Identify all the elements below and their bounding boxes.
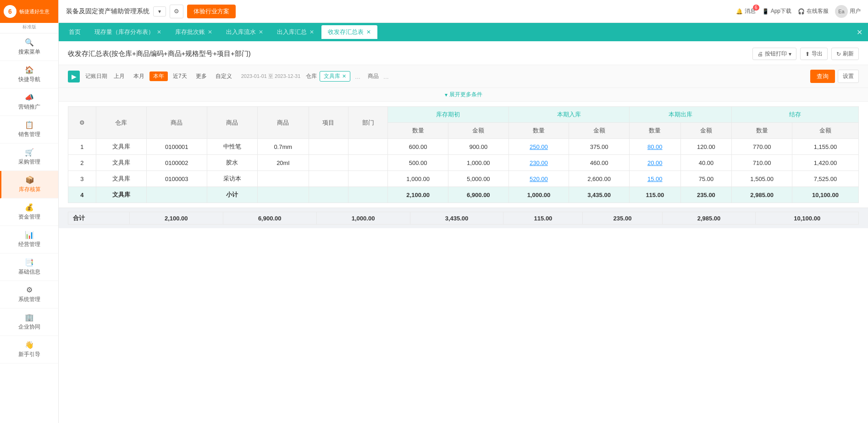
table-header-row1: ⚙ 仓库 商品 商品 商品 项目 部门 库存期初 本期入库 本期出库 结存 bbox=[68, 107, 859, 123]
tab-summary[interactable]: 出入库汇总 ✕ bbox=[271, 25, 321, 39]
date-btn-last-month[interactable]: 上月 bbox=[110, 71, 128, 81]
app-download-label: App下载 bbox=[771, 7, 791, 15]
row-in-qty[interactable]: 520.00 bbox=[509, 171, 569, 187]
tab-recv-summary[interactable]: 收发存汇总表 ✕ bbox=[321, 25, 377, 39]
row-code: 0100003 bbox=[146, 171, 207, 187]
row-in-qty: 1,000.00 bbox=[509, 187, 569, 203]
row-out-qty: 115.00 bbox=[629, 187, 680, 203]
row-out-qty[interactable]: 20.00 bbox=[629, 155, 680, 171]
sidebar-item-corp[interactable]: 🏢 企业协同 bbox=[0, 308, 58, 336]
row-bal-amt: 1,155.00 bbox=[792, 139, 858, 155]
sidebar-item-quick[interactable]: 🏠 快捷导航 bbox=[0, 61, 58, 88]
row-open-qty: 600.00 bbox=[388, 139, 448, 155]
row-in-qty[interactable]: 230.00 bbox=[509, 155, 569, 171]
tab-recv-summary-close[interactable]: ✕ bbox=[366, 29, 371, 35]
tab-flow-close[interactable]: ✕ bbox=[259, 29, 263, 35]
tab-inventory-dist[interactable]: 现存量（库存分布表） ✕ bbox=[88, 25, 168, 39]
gear-icon: ⚙ bbox=[26, 286, 33, 294]
main-area: 装备及固定资产辅助管理系统 ▾ ⚙ 体验行业方案 🔔 消息 6 📱 App下载 … bbox=[59, 0, 868, 423]
app-download-button[interactable]: 📱 App下载 bbox=[762, 7, 791, 15]
refresh-button[interactable]: ↻ 刷新 bbox=[831, 48, 859, 60]
row-in-amt: 460.00 bbox=[569, 155, 630, 171]
row-name: 中性笔 bbox=[207, 139, 257, 155]
row-in-qty[interactable]: 250.00 bbox=[509, 139, 569, 155]
sidebar-item-inventory-label: 库存核算 bbox=[19, 186, 41, 193]
print-label: 按钮打印 bbox=[765, 50, 787, 58]
warehouse-label: 仓库 bbox=[306, 72, 317, 80]
tab-home[interactable]: 首页 bbox=[62, 25, 87, 39]
column-settings-icon[interactable]: ⚙ bbox=[79, 119, 85, 126]
row-out-qty-link[interactable]: 20.00 bbox=[647, 159, 663, 166]
tab-summary-close[interactable]: ✕ bbox=[310, 29, 314, 35]
row-out-qty[interactable]: 80.00 bbox=[629, 139, 680, 155]
date-btn-7days[interactable]: 近7天 bbox=[169, 71, 191, 81]
row-in-qty-link[interactable]: 250.00 bbox=[530, 143, 548, 150]
export-icon: ⬆ bbox=[805, 51, 810, 57]
settings-button[interactable]: ⚙ bbox=[170, 5, 183, 18]
row-out-qty-link[interactable]: 80.00 bbox=[647, 143, 663, 150]
sidebar-item-inventory[interactable]: 📦 库存核算 bbox=[0, 171, 58, 198]
sidebar-item-sales[interactable]: 📋 销售管理 bbox=[0, 116, 58, 143]
date-btn-more[interactable]: 更多 bbox=[192, 71, 210, 81]
expand-filters-button[interactable]: ▾ 展开更多条件 bbox=[445, 91, 482, 99]
row-warehouse: 文具库 bbox=[96, 139, 146, 155]
building-icon: 🏢 bbox=[25, 313, 34, 322]
row-out-qty-link[interactable]: 15.00 bbox=[647, 176, 663, 182]
table-setting-button[interactable]: 设置 bbox=[838, 70, 859, 83]
sidebar-item-basic[interactable]: 📑 基础信息 bbox=[0, 253, 58, 281]
sidebar-item-newbie[interactable]: 👋 新手引导 bbox=[0, 336, 58, 363]
sidebar-edition-label: 标准版 bbox=[0, 23, 58, 33]
filter-toggle-button[interactable]: ▶ bbox=[68, 71, 80, 82]
sidebar-item-finance-label: 资金管理 bbox=[18, 213, 40, 221]
tab-inventory-dist-close[interactable]: ✕ bbox=[157, 29, 161, 35]
row-no: 4 bbox=[68, 187, 96, 203]
warehouse-tag-remove[interactable]: ✕ bbox=[342, 73, 346, 79]
query-button[interactable]: 查询 bbox=[810, 70, 835, 83]
total-in-qty: 1,000.00 bbox=[316, 212, 410, 225]
user-button[interactable]: Ea 用户 bbox=[835, 5, 861, 18]
tab-flow[interactable]: 出入库流水 ✕ bbox=[220, 25, 270, 39]
message-button[interactable]: 🔔 消息 6 bbox=[736, 7, 756, 15]
sidebar-item-system[interactable]: ⚙ 系统管理 bbox=[0, 281, 58, 308]
sidebar-item-search[interactable]: 🔍 搜索菜单 bbox=[0, 33, 58, 61]
date-btn-custom[interactable]: 自定义 bbox=[212, 71, 236, 81]
row-in-qty-link[interactable]: 520.00 bbox=[530, 176, 548, 182]
online-service-button[interactable]: 🎧 在线客服 bbox=[798, 7, 829, 15]
sidebar-item-finance[interactable]: 💰 资金管理 bbox=[0, 198, 58, 226]
print-button[interactable]: 🖨 按钮打印 ▾ bbox=[752, 48, 796, 60]
date-btn-this-month[interactable]: 本月 bbox=[130, 71, 148, 81]
sidebar-item-operation[interactable]: 📊 经营管理 bbox=[0, 226, 58, 253]
col-project-header: 项目 bbox=[309, 107, 348, 139]
row-out-qty[interactable]: 15.00 bbox=[629, 171, 680, 187]
sidebar: 6 畅捷通好生意 标准版 🔍 搜索菜单 🏠 快捷导航 📣 营销推广 📋 销售管理… bbox=[0, 0, 59, 423]
system-dropdown[interactable]: ▾ bbox=[153, 6, 166, 16]
online-service-label: 在线客服 bbox=[807, 7, 829, 15]
header-actions: 🖨 按钮打印 ▾ ⬆ 导出 ↻ 刷新 bbox=[752, 48, 859, 60]
col-out-amt-header: 金额 bbox=[680, 123, 732, 139]
row-project bbox=[309, 155, 348, 171]
filter-date-group: 记账日期 上月 本月 本年 近7天 更多 自定义 2023-01-01 至 20… bbox=[85, 71, 300, 81]
warehouse-filter-more[interactable]: ... bbox=[353, 73, 362, 80]
col-dept-header: 部门 bbox=[348, 107, 387, 139]
row-in-qty-link[interactable]: 230.00 bbox=[530, 159, 548, 166]
table-row: 2文具库0100002胶水20ml500.001,000.00230.00460… bbox=[68, 155, 859, 171]
export-button[interactable]: ⬆ 导出 bbox=[800, 48, 828, 60]
date-btn-this-year[interactable]: 本年 bbox=[149, 71, 168, 81]
sidebar-item-basic-label: 基础信息 bbox=[18, 268, 40, 276]
tabbar-close-all[interactable]: ✕ bbox=[857, 28, 862, 37]
tab-batch[interactable]: 库存批次账 ✕ bbox=[169, 25, 219, 39]
total-label: 合计 bbox=[68, 212, 130, 225]
goods-filter-more[interactable]: ... bbox=[381, 73, 391, 80]
expand-filter-bar: ▾ 展开更多条件 bbox=[59, 88, 868, 102]
sidebar-item-purchase[interactable]: 🛒 采购管理 bbox=[0, 143, 58, 171]
warehouse-tag: 文具库 ✕ bbox=[320, 71, 350, 82]
search-icon: 🔍 bbox=[25, 38, 34, 47]
tab-batch-close[interactable]: ✕ bbox=[208, 29, 212, 35]
col-warehouse-header: 仓库 bbox=[96, 107, 146, 139]
print-icon: 🖨 bbox=[757, 51, 763, 57]
row-code: 0100001 bbox=[146, 139, 207, 155]
col-settings-header[interactable]: ⚙ bbox=[68, 107, 96, 139]
filter-bar: ▶ 记账日期 上月 本月 本年 近7天 更多 自定义 2023-01-01 至 … bbox=[59, 65, 868, 88]
try-industry-button[interactable]: 体验行业方案 bbox=[187, 5, 236, 18]
sidebar-item-marketing[interactable]: 📣 营销推广 bbox=[0, 88, 58, 116]
